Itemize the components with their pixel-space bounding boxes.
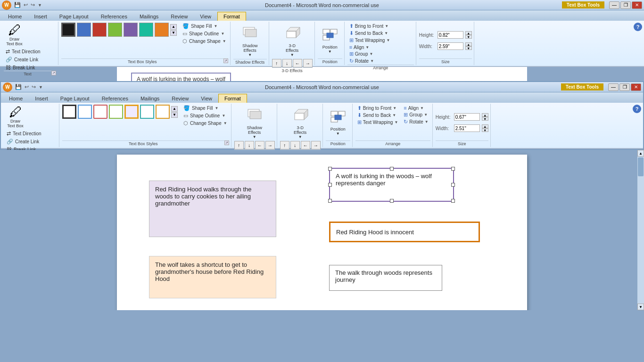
threed-up-1[interactable]: ↑	[272, 59, 281, 67]
help-btn-1[interactable]: ?	[634, 23, 642, 31]
bring-front-btn-1[interactable]: ⬆ Bring to Front ▼	[347, 23, 391, 30]
threed-effects-btn-2[interactable]: 3-DEffects ▼	[287, 105, 314, 141]
scroll-up-btn[interactable]: ▲	[637, 150, 644, 156]
swatch-purple-1[interactable]	[124, 23, 138, 37]
tab-format-2[interactable]: Format	[218, 94, 247, 103]
bring-front-btn-2[interactable]: ⬆ Bring to Front ▼	[355, 105, 400, 112]
rotate-btn-1[interactable]: ↻ Rotate ▼	[347, 58, 414, 65]
close-btn-1[interactable]: ✕	[632, 1, 642, 9]
threed-left-2[interactable]: ←	[301, 141, 310, 149]
quick-access-save-1[interactable]: 💾	[14, 2, 21, 8]
height-spin-up-2[interactable]: ▲	[482, 113, 488, 117]
tab-mailings-1[interactable]: Mailings	[133, 12, 165, 21]
draw-textbox-btn-2[interactable]: 🖊 DrawText Box	[5, 105, 26, 129]
tab-home-1[interactable]: Home	[2, 12, 28, 21]
align-btn-2[interactable]: ≡ Align ▼	[402, 105, 430, 111]
send-back-btn-2[interactable]: ⬇ Send to Back ▼	[355, 112, 400, 119]
swatch-style-7[interactable]	[156, 105, 170, 119]
width-input-1[interactable]	[438, 42, 463, 50]
shadow-effects-btn-1[interactable]: ShadowEffects ▼	[237, 23, 263, 59]
handle-tl[interactable]	[328, 167, 332, 171]
office-logo-2[interactable]: W	[3, 82, 12, 92]
threed-effects-btn-1[interactable]: 3-DEffects ▼	[279, 23, 305, 59]
width-spin-down-2[interactable]: ▼	[482, 128, 488, 132]
width-input-2[interactable]	[454, 124, 480, 132]
swatch-green-1[interactable]	[108, 23, 122, 37]
qa-save-2[interactable]: 💾	[15, 84, 22, 90]
shape-outline-btn-2[interactable]: ▭ Shape Outline ▼	[182, 112, 229, 119]
tab-pagelayout-1[interactable]: Page Layout	[53, 12, 95, 21]
swatch-style-6[interactable]	[140, 105, 154, 119]
office-logo-1[interactable]: W	[2, 0, 11, 10]
tab-references-1[interactable]: References	[95, 12, 133, 21]
swatch-style-3[interactable]	[93, 105, 107, 119]
swatch-teal-1[interactable]	[139, 23, 153, 37]
text-wrapping-btn-2[interactable]: ⊞ Text Wrapping ▼	[355, 119, 400, 126]
height-spin-down-2[interactable]: ▼	[482, 117, 488, 121]
tab-view-2[interactable]: View	[195, 94, 218, 103]
threed-down-1[interactable]: ↓	[282, 59, 292, 67]
swatch-style-5[interactable]	[124, 105, 139, 119]
height-input-1[interactable]	[438, 31, 463, 39]
qa-dropdown-2[interactable]: ▼	[39, 85, 43, 90]
change-shape-btn-2[interactable]: ⬡ Change Shape ▼	[182, 120, 229, 127]
group-btn-1[interactable]: ⊞ Group ▼	[347, 50, 414, 58]
width-spin-up-1[interactable]: ▲	[465, 42, 472, 46]
swatch-scroll-up-2[interactable]: ▲	[171, 106, 178, 112]
restore-btn-1[interactable]: ❐	[620, 1, 631, 9]
align-btn-1[interactable]: ≡ Align ▼	[347, 44, 414, 50]
quick-access-undo-1[interactable]: ↩	[24, 2, 28, 8]
text-wrapping-btn-1[interactable]: ⊞ Text Wrapping ▼	[347, 37, 392, 44]
shadow-btn-b-2[interactable]: ↓	[245, 141, 254, 149]
textbox-wolf-lurking[interactable]: A wolf is lurking in the woods – wolf re…	[329, 168, 454, 202]
minimize-btn-1[interactable]: —	[609, 1, 619, 9]
quick-access-dropdown-1[interactable]: ▼	[38, 3, 42, 8]
tab-view-1[interactable]: View	[194, 12, 217, 21]
textbox-styles-expand-2[interactable]: ↗	[224, 140, 229, 145]
textbox-walk-journey[interactable]: The walk through woods represents journe…	[329, 265, 442, 291]
help-btn-2[interactable]: ?	[633, 105, 641, 113]
swatch-scroll-down-2[interactable]: ▼	[171, 112, 178, 118]
change-shape-btn-1[interactable]: ⬡ Change Shape ▼	[181, 38, 228, 45]
handle-bm[interactable]	[390, 199, 394, 203]
swatch-style-4[interactable]	[109, 105, 123, 119]
swatch-style-1[interactable]	[62, 105, 76, 119]
handle-tr[interactable]	[451, 167, 455, 171]
shadow-effects-btn-2[interactable]: ShadowEffects ▼	[241, 105, 268, 141]
tab-review-2[interactable]: Review	[165, 94, 195, 103]
break-link-btn-1[interactable]: ⛓ Break Link	[4, 64, 42, 71]
threed-right-2[interactable]: →	[311, 141, 321, 149]
threed-right-1[interactable]: →	[303, 59, 313, 67]
swatch-style-2[interactable]	[78, 105, 92, 119]
minimize-btn-2[interactable]: —	[608, 83, 619, 91]
shadow-btn-a-2[interactable]: ↑	[234, 141, 244, 149]
text-direction-btn-2[interactable]: ⇄ Text Direction	[5, 130, 43, 137]
quick-access-redo-1[interactable]: ↪	[31, 2, 35, 8]
tab-pagelayout-2[interactable]: Page Layout	[54, 94, 96, 103]
handle-br[interactable]	[451, 199, 455, 203]
rotate-btn-2[interactable]: ↻ Rotate ▼	[402, 118, 430, 125]
tab-insert-2[interactable]: Insert	[29, 94, 54, 103]
send-back-btn-1[interactable]: ⬇ Send to Back ▼	[347, 30, 390, 37]
tab-review-1[interactable]: Review	[165, 12, 194, 21]
position-btn-2[interactable]: Position ▼	[326, 108, 350, 138]
handle-bl[interactable]	[328, 199, 332, 203]
qa-undo-2[interactable]: ↩	[25, 84, 29, 90]
handle-tm[interactable]	[390, 167, 394, 171]
position-btn-1[interactable]: Position ▼	[318, 26, 342, 56]
create-link-btn-2[interactable]: 🔗 Create Link	[5, 138, 43, 145]
tab-home-2[interactable]: Home	[3, 94, 29, 103]
width-spin-down-1[interactable]: ▼	[465, 46, 472, 50]
tab-insert-1[interactable]: Insert	[28, 12, 53, 21]
threed-up-2[interactable]: ↑	[280, 141, 289, 149]
group-btn-2[interactable]: ⊞ Group ▼	[402, 111, 430, 118]
shape-fill-btn-1[interactable]: 🪣 Shape Fill ▼	[181, 23, 228, 30]
tab-references-2[interactable]: References	[96, 94, 134, 103]
scroll-down-btn[interactable]: ▼	[637, 304, 644, 310]
swatch-scroll-up-1[interactable]: ▲	[170, 24, 177, 30]
tab-mailings-2[interactable]: Mailings	[134, 94, 165, 103]
height-input-2[interactable]	[454, 113, 480, 121]
text-group-expand-1[interactable]: ↗	[51, 71, 56, 75]
text-direction-btn-1[interactable]: ⇄ Text Direction	[4, 48, 42, 55]
height-spin-up-1[interactable]: ▲	[465, 31, 472, 35]
